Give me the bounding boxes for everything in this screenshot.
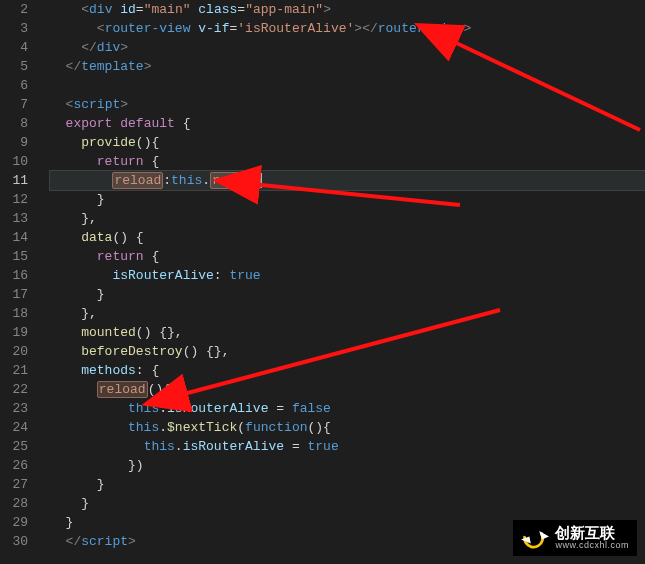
line-number: 20: [0, 342, 28, 361]
watermark-logo: 创新互联 www.cdcxhl.com: [513, 520, 637, 556]
line-number: 15: [0, 247, 28, 266]
code-line[interactable]: <script>: [50, 95, 645, 114]
code-line[interactable]: methods: {: [50, 361, 645, 380]
code-line[interactable]: [50, 76, 645, 95]
line-number: 25: [0, 437, 28, 456]
line-number: 6: [0, 76, 28, 95]
logo-icon: [521, 524, 549, 552]
code-line[interactable]: beforeDestroy() {},: [50, 342, 645, 361]
line-number: 16: [0, 266, 28, 285]
code-line[interactable]: this.$nextTick(function(){: [50, 418, 645, 437]
line-number: 22: [0, 380, 28, 399]
line-number: 19: [0, 323, 28, 342]
logo-url: www.cdcxhl.com: [555, 541, 629, 550]
code-line[interactable]: <router-view v-if='isRouterAlive'></rout…: [50, 19, 645, 38]
code-line[interactable]: isRouterAlive: true: [50, 266, 645, 285]
code-line[interactable]: },: [50, 304, 645, 323]
code-line[interactable]: <div id="main" class="app-main">: [50, 0, 645, 19]
line-number: 8: [0, 114, 28, 133]
line-number: 14: [0, 228, 28, 247]
code-line[interactable]: },: [50, 209, 645, 228]
line-number: 17: [0, 285, 28, 304]
code-line[interactable]: provide(){: [50, 133, 645, 152]
line-number: 10: [0, 152, 28, 171]
code-line[interactable]: reload(){: [50, 380, 645, 399]
line-number: 5: [0, 57, 28, 76]
line-number: 28: [0, 494, 28, 513]
line-number-current: 11: [0, 171, 28, 190]
code-line[interactable]: }: [50, 475, 645, 494]
code-line[interactable]: }: [50, 190, 645, 209]
code-line[interactable]: data() {: [50, 228, 645, 247]
code-line[interactable]: </div>: [50, 38, 645, 57]
line-number: 12: [0, 190, 28, 209]
line-number: 3: [0, 19, 28, 38]
line-number: 2: [0, 0, 28, 19]
text-cursor: [261, 173, 262, 188]
code-line[interactable]: }): [50, 456, 645, 475]
line-number: 26: [0, 456, 28, 475]
logo-name: 创新互联: [555, 524, 615, 541]
line-number: 7: [0, 95, 28, 114]
line-number: 18: [0, 304, 28, 323]
code-line[interactable]: mounted() {},: [50, 323, 645, 342]
line-number: 21: [0, 361, 28, 380]
code-line-current[interactable]: reload:this.reload: [50, 171, 645, 190]
code-line[interactable]: }: [50, 494, 645, 513]
code-editor[interactable]: 2 3 4 5 6 7 8 9 10 11 12 13 14 15 16 17 …: [0, 0, 645, 564]
svg-marker-2: [540, 531, 550, 539]
line-number: 27: [0, 475, 28, 494]
code-line[interactable]: this.isRouterAlive = false: [50, 399, 645, 418]
line-number: 23: [0, 399, 28, 418]
code-content[interactable]: <div id="main" class="app-main"> <router…: [40, 0, 645, 564]
code-line[interactable]: export default {: [50, 114, 645, 133]
line-number: 30: [0, 532, 28, 551]
line-number: 9: [0, 133, 28, 152]
code-line[interactable]: return {: [50, 152, 645, 171]
code-line[interactable]: }: [50, 285, 645, 304]
line-number: 24: [0, 418, 28, 437]
code-line[interactable]: </template>: [50, 57, 645, 76]
code-line[interactable]: return {: [50, 247, 645, 266]
line-number-gutter: 2 3 4 5 6 7 8 9 10 11 12 13 14 15 16 17 …: [0, 0, 40, 564]
line-number: 4: [0, 38, 28, 57]
code-line[interactable]: this.isRouterAlive = true: [50, 437, 645, 456]
line-number: 13: [0, 209, 28, 228]
line-number: 29: [0, 513, 28, 532]
